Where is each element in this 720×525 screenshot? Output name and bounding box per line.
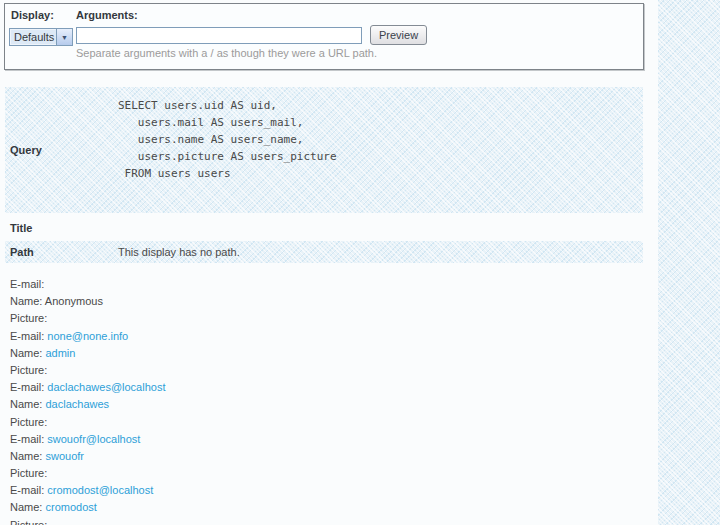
- display-select-value: Defaults: [11, 30, 56, 44]
- user-record: E-mail: none@none.info Name: admin Pictu…: [10, 328, 640, 380]
- preview-form: Display: Defaults ▼ Arguments: Preview S…: [4, 3, 644, 70]
- name-link[interactable]: admin: [45, 347, 75, 359]
- email-label: E-mail:: [10, 484, 44, 496]
- picture-label: Picture:: [10, 364, 47, 376]
- query-sql: SELECT users.uid AS uid, users.mail AS u…: [118, 87, 643, 182]
- preview-button[interactable]: Preview: [370, 25, 427, 45]
- email-label: E-mail:: [10, 330, 44, 342]
- user-record: E-mail: Name: Anonymous Picture:: [10, 276, 640, 328]
- email-line: E-mail: cromodost@localhost: [10, 482, 640, 499]
- email-link[interactable]: none@none.info: [47, 330, 128, 342]
- path-label: Path: [5, 246, 118, 258]
- picture-line: Picture:: [10, 362, 640, 379]
- arguments-label: Arguments:: [76, 9, 138, 21]
- email-label: E-mail:: [10, 278, 44, 290]
- preview-results: E-mail: Name: Anonymous Picture: E-mail:…: [10, 276, 640, 525]
- name-link[interactable]: cromodost: [45, 501, 96, 513]
- name-line: Name: daclachawes: [10, 396, 640, 413]
- email-line: E-mail: daclachawes@localhost: [10, 379, 640, 396]
- page-background-strip: [658, 0, 720, 525]
- email-link[interactable]: swouofr@localhost: [47, 433, 140, 445]
- display-label: Display:: [11, 9, 54, 21]
- user-record: E-mail: daclachawes@localhost Name: dacl…: [10, 379, 640, 431]
- page-content: Display: Defaults ▼ Arguments: Preview S…: [0, 0, 658, 525]
- title-row: Title: [5, 217, 643, 238]
- query-value: SELECT users.uid AS uid, users.mail AS u…: [118, 87, 643, 213]
- picture-label: Picture:: [10, 416, 47, 428]
- email-line: E-mail:: [10, 276, 640, 293]
- email-label: E-mail:: [10, 381, 44, 393]
- name-link[interactable]: daclachawes: [45, 398, 109, 410]
- name-line: Name: cromodost: [10, 499, 640, 516]
- email-label: E-mail:: [10, 433, 44, 445]
- user-record: E-mail: cromodost@localhost Name: cromod…: [10, 482, 640, 525]
- name-link[interactable]: swouofr: [45, 450, 84, 462]
- picture-line: Picture:: [10, 517, 640, 525]
- name-label: Name:: [10, 295, 42, 307]
- picture-label: Picture:: [10, 519, 47, 525]
- name-line: Name: swouofr: [10, 448, 640, 465]
- query-row: Query SELECT users.uid AS uid, users.mai…: [5, 87, 643, 213]
- arguments-input[interactable]: [76, 27, 362, 44]
- user-record: E-mail: swouofr@localhost Name: swouofr …: [10, 431, 640, 483]
- name-label: Name:: [10, 347, 42, 359]
- picture-line: Picture:: [10, 310, 640, 327]
- name-line: Name: Anonymous: [10, 293, 640, 310]
- name-label: Name:: [10, 398, 42, 410]
- picture-line: Picture:: [10, 414, 640, 431]
- arguments-help-text: Separate arguments with a / as though th…: [76, 47, 377, 59]
- title-label: Title: [5, 222, 118, 234]
- email-link[interactable]: cromodost@localhost: [47, 484, 153, 496]
- name-line: Name: admin: [10, 345, 640, 362]
- name-value: Anonymous: [45, 295, 103, 307]
- picture-line: Picture:: [10, 465, 640, 482]
- email-line: E-mail: swouofr@localhost: [10, 431, 640, 448]
- display-select[interactable]: Defaults ▼: [9, 28, 73, 46]
- query-label: Query: [5, 144, 118, 156]
- picture-label: Picture:: [10, 312, 47, 324]
- picture-label: Picture:: [10, 467, 47, 479]
- dropdown-arrow-icon: ▼: [56, 29, 72, 45]
- preview-meta: Query SELECT users.uid AS uid, users.mai…: [5, 87, 643, 263]
- name-label: Name:: [10, 501, 42, 513]
- email-link[interactable]: daclachawes@localhost: [47, 381, 165, 393]
- path-row: Path This display has no path.: [5, 241, 643, 263]
- path-value: This display has no path.: [118, 246, 643, 258]
- name-label: Name:: [10, 450, 42, 462]
- email-line: E-mail: none@none.info: [10, 328, 640, 345]
